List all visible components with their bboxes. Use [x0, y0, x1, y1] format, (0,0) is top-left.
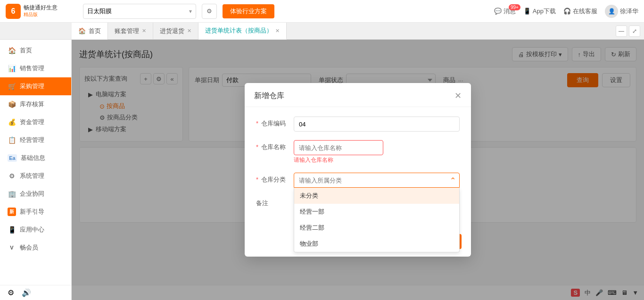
sidebar-item-purchase[interactable]: 🛒 采购管理 — [0, 77, 71, 95]
gear-button[interactable]: ⚙ — [202, 4, 217, 19]
app-icon: 📱 — [8, 225, 16, 234]
sidebar-item-basic[interactable]: Ea 基础信息 — [0, 149, 71, 167]
code-row: * 仓库编码 — [256, 117, 460, 132]
category-input[interactable] — [294, 173, 460, 188]
name-input[interactable] — [294, 140, 383, 155]
search-input[interactable] — [87, 8, 187, 15]
sidebar-item-sales[interactable]: 📊 销售管理 — [0, 59, 71, 77]
user-profile-button[interactable]: 👤 徐泽华 — [605, 5, 638, 18]
top-bar: 6 畅捷通好生意 精品版 ▾ ⚙ 体验行业方案 💬 消息 99+ 📱 App下载… — [0, 0, 644, 23]
sidebar: 🏠 首页 📊 销售管理 🛒 采购管理 📦 库存核算 💰 资金管理 📋 经营管理 … — [0, 40, 72, 300]
finance-icon: 💰 — [8, 118, 16, 126]
dropdown-item-uncategorized[interactable]: 未分类 — [294, 188, 459, 204]
logo-name: 畅捷通好生意 — [24, 4, 58, 12]
home-icon: 🏠 — [78, 27, 86, 34]
sidebar-basic-label: 基础信息 — [21, 154, 45, 162]
headset-icon: 🎧 — [563, 8, 571, 15]
message-icon: 💬 — [494, 8, 502, 15]
tab-account-close[interactable]: ✕ — [142, 28, 146, 34]
modal-close-button[interactable]: ✕ — [454, 91, 462, 101]
online-service-button[interactable]: 🎧 在线客服 — [563, 7, 597, 16]
modal-overlay: 新增仓库 ✕ * 仓库编码 * — [72, 40, 644, 300]
search-area[interactable]: ▾ — [83, 4, 196, 19]
logo-area: 6 畅捷通好生意 精品版 — [6, 4, 77, 19]
sidebar-item-operation[interactable]: 📋 经营管理 — [0, 131, 71, 149]
name-row: * 仓库名称 请输入仓库名称 — [256, 140, 460, 164]
content-right: 进货单统计(按商品) 🖨 按模板打印 ▾ ↑ 导出 ↻ 刷新 — [72, 40, 644, 300]
mobile-icon: 📱 — [523, 8, 531, 15]
app-download-button[interactable]: 📱 App下载 — [523, 7, 556, 16]
sidebar-home-label: 首页 — [20, 46, 32, 55]
category-row: * 仓库分类 ⌃ 未分类 经营一部 经营二部 物业部 — [256, 173, 460, 188]
sidebar-purchase-label: 采购管理 — [20, 82, 44, 91]
tab-account[interactable]: 账套管理 ✕ — [108, 23, 153, 40]
code-label: * 仓库编码 — [256, 117, 294, 128]
home-sidebar-icon: 🏠 — [8, 46, 16, 55]
main-layout: 🏠 首页 📊 销售管理 🛒 采购管理 📦 库存核算 💰 资金管理 📋 经营管理 … — [0, 40, 644, 300]
new-warehouse-modal: 新增仓库 ✕ * 仓库编码 * — [245, 83, 471, 257]
tab-actions: — ⤢ — [616, 25, 644, 37]
sidebar-item-guide[interactable]: 新 新手引导 — [0, 203, 71, 221]
member-icon: V — [8, 243, 16, 252]
tab-home[interactable]: 🏠 首页 — [72, 23, 108, 40]
modal-body: * 仓库编码 * 仓库名称 请输入仓库名称 — [245, 107, 471, 229]
tab-minimize-button[interactable]: — — [616, 25, 627, 37]
message-badge: 99+ — [509, 4, 520, 10]
purchase-icon: 🛒 — [8, 82, 16, 91]
sidebar-enterprise-label: 企业协同 — [20, 190, 44, 198]
tab-purchase-return-label: 进货退货 — [160, 27, 184, 35]
tab-home-label: 首页 — [89, 27, 101, 35]
app-download-label: App下载 — [533, 7, 556, 16]
sidebar-item-inventory[interactable]: 📦 库存核算 — [0, 95, 71, 113]
code-input[interactable] — [294, 117, 460, 132]
avatar: 👤 — [605, 5, 618, 18]
tab-purchase-return[interactable]: 进货退货 ✕ — [153, 23, 198, 40]
sidebar-item-member[interactable]: V 畅会员 — [0, 239, 71, 257]
tab-purchase-stat[interactable]: 进货单统计表（按商品） ✕ — [198, 23, 287, 40]
operation-icon: 📋 — [8, 136, 16, 144]
tab-purchase-return-close[interactable]: ✕ — [187, 28, 191, 34]
chevron-down-icon: ▾ — [189, 8, 192, 15]
dropdown-item-ops2[interactable]: 经营二部 — [294, 220, 459, 236]
username-label: 徐泽华 — [620, 7, 638, 16]
inventory-icon: 📦 — [8, 100, 16, 108]
sidebar-app-label: 应用中心 — [20, 225, 44, 234]
sidebar-operation-label: 经营管理 — [20, 136, 44, 144]
message-button[interactable]: 💬 消息 99+ — [494, 7, 516, 16]
sidebar-settings-icon[interactable]: ⚙ — [8, 288, 14, 297]
sidebar-item-finance[interactable]: 💰 资金管理 — [0, 113, 71, 131]
sidebar-inventory-label: 库存核算 — [20, 100, 44, 108]
sidebar-item-app[interactable]: 📱 应用中心 — [0, 221, 71, 239]
dropdown-item-ops1[interactable]: 经营一部 — [294, 204, 459, 220]
notes-label: 备注 — [256, 196, 294, 208]
modal-header: 新增仓库 ✕ — [245, 83, 471, 107]
tab-purchase-stat-close[interactable]: ✕ — [275, 28, 280, 34]
trial-button[interactable]: 体验行业方案 — [223, 4, 274, 18]
sidebar-volume-icon[interactable]: 🔊 — [22, 288, 31, 297]
tab-purchase-stat-label: 进货单统计表（按商品） — [205, 26, 272, 35]
sidebar-sales-label: 销售管理 — [20, 64, 44, 73]
sidebar-finance-label: 资金管理 — [20, 118, 44, 126]
name-field-wrap: 请输入仓库名称 — [294, 140, 460, 164]
required-star: * — [256, 120, 258, 127]
logo-icon: 6 — [6, 4, 21, 19]
sidebar-item-home[interactable]: 🏠 首页 — [0, 42, 71, 59]
name-error-msg: 请输入仓库名称 — [294, 156, 460, 164]
sidebar-system-label: 系统管理 — [20, 172, 44, 180]
category-select-wrap: ⌃ 未分类 经营一部 经营二部 物业部 — [294, 173, 460, 188]
tab-bar: 🏠 首页 账套管理 ✕ 进货退货 ✕ 进货单统计表（按商品） ✕ — ⤢ — [0, 23, 644, 40]
sidebar-item-enterprise[interactable]: 🏢 企业协同 — [0, 185, 71, 203]
sidebar-member-label: 畅会员 — [20, 243, 38, 252]
system-icon: ⚙ — [8, 172, 16, 180]
tab-expand-button[interactable]: ⤢ — [629, 25, 640, 37]
dropdown-item-property[interactable]: 物业部 — [294, 236, 459, 252]
guide-icon: 新 — [8, 208, 16, 216]
sales-icon: 📊 — [8, 64, 16, 73]
sidebar-item-system[interactable]: ⚙ 系统管理 — [0, 167, 71, 185]
online-service-label: 在线客服 — [573, 7, 597, 16]
category-arrow-icon[interactable]: ⌃ — [450, 176, 456, 185]
logo-badge: 精品版 — [24, 11, 58, 18]
category-label: * 仓库分类 — [256, 173, 294, 184]
basic-icon: Ea — [8, 154, 17, 162]
tab-account-label: 账套管理 — [115, 27, 139, 35]
